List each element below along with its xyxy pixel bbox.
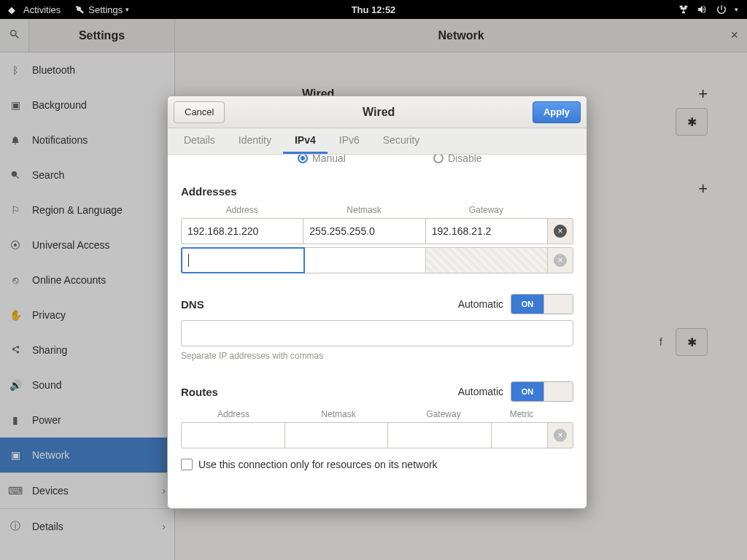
address-row: 192.168.21.220 255.255.255.0 192.168.21.… — [181, 218, 573, 244]
toggle-knob — [543, 382, 573, 401]
close-circle-icon: × — [554, 225, 567, 238]
dialog-tabs: Details Identity IPv4 IPv6 Security — [168, 128, 587, 155]
chevron-down-icon[interactable]: ▾ — [735, 6, 738, 13]
route-row-empty: × — [181, 422, 573, 448]
network-wired-icon[interactable] — [678, 4, 689, 15]
delete-address-button-disabled: × — [547, 247, 573, 273]
cancel-button[interactable]: Cancel — [174, 101, 225, 123]
tab-ipv4[interactable]: IPv4 — [283, 128, 328, 154]
radio-selected-icon — [298, 155, 308, 163]
power-icon[interactable] — [716, 4, 727, 15]
address-input-empty[interactable] — [181, 247, 305, 273]
radio-disable[interactable]: Disable — [433, 155, 482, 164]
dns-servers-input[interactable] — [181, 320, 573, 346]
wrench-icon — [74, 4, 85, 15]
close-circle-icon: × — [554, 429, 567, 442]
tab-ipv6[interactable]: IPv6 — [328, 128, 371, 154]
chevron-down-icon: ▾ — [125, 6, 129, 13]
gateway-input[interactable]: 192.168.21.2 — [425, 218, 548, 244]
address-row-empty: × — [181, 247, 573, 273]
delete-route-button-disabled: × — [547, 422, 573, 448]
tab-security[interactable]: Security — [371, 128, 432, 154]
radio-manual[interactable]: Manual — [298, 155, 346, 164]
dns-section-title: DNS — [181, 298, 204, 311]
activities-button[interactable]: Activities — [23, 4, 61, 15]
delete-address-button[interactable]: × — [547, 218, 573, 244]
gnome-logo-icon: ◆ — [6, 4, 18, 15]
addresses-headers: Address Netmask Gateway — [181, 205, 573, 215]
gnome-topbar: ◆ Activities Settings ▾ Thu 12:52 ▾ — [0, 0, 747, 19]
route-netmask-input[interactable] — [285, 422, 389, 448]
dns-automatic-toggle[interactable]: ON — [511, 294, 573, 314]
dialog-title: Wired — [225, 106, 532, 119]
routes-automatic-label: Automatic — [458, 386, 503, 397]
netmask-input[interactable]: 255.255.255.0 — [303, 218, 425, 244]
route-metric-input[interactable] — [491, 422, 548, 448]
dns-hint: Separate IP addresses with commas — [181, 351, 573, 361]
address-input[interactable]: 192.168.21.220 — [181, 218, 303, 244]
netmask-input-empty[interactable] — [304, 247, 427, 273]
dns-automatic-label: Automatic — [458, 298, 503, 310]
app-menu[interactable]: Settings ▾ — [74, 4, 129, 15]
toggle-knob — [543, 295, 573, 314]
wired-connection-dialog: Cancel Wired Apply Details Identity IPv4… — [167, 96, 587, 509]
close-circle-icon: × — [554, 254, 567, 267]
radio-empty-icon — [433, 155, 444, 163]
use-only-for-resources-label: Use this connection only for resources o… — [198, 459, 438, 470]
use-only-for-resources-checkbox[interactable] — [181, 459, 193, 470]
apply-button[interactable]: Apply — [533, 101, 581, 123]
route-address-input[interactable] — [181, 422, 285, 448]
routes-headers: Address Netmask Gateway Metric — [181, 409, 573, 419]
route-gateway-input[interactable] — [387, 422, 492, 448]
addresses-section-title: Addresses — [181, 185, 573, 198]
tab-details[interactable]: Details — [172, 128, 227, 154]
routes-automatic-toggle[interactable]: ON — [511, 381, 573, 402]
tab-identity[interactable]: Identity — [227, 128, 283, 154]
volume-icon[interactable] — [697, 4, 708, 15]
gateway-input-disabled — [425, 247, 548, 273]
routes-section-title: Routes — [181, 386, 218, 398]
topbar-clock[interactable]: Thu 12:52 — [352, 4, 396, 15]
